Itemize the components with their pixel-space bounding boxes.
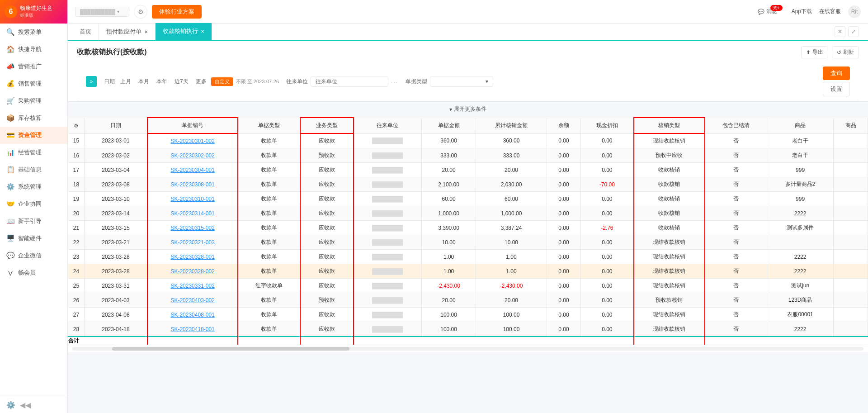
marketing-icon: 📣 bbox=[6, 62, 14, 71]
doc-no-link[interactable]: SK-20230308-001 bbox=[170, 181, 214, 188]
sidebar-item-marketing[interactable]: 📣营销推广 bbox=[0, 58, 67, 75]
doc-no-link[interactable]: SK-20230408-001 bbox=[170, 312, 214, 318]
module-dropdown[interactable]: ██████████ ▾ bbox=[75, 7, 129, 17]
cell-doc-type: 收款单 bbox=[238, 264, 300, 279]
this-month-btn[interactable]: 本月 bbox=[136, 77, 152, 86]
sidebar-item-member[interactable]: V畅会员 bbox=[0, 264, 67, 281]
footer-verify-type bbox=[634, 337, 705, 345]
doc-no-link[interactable]: SK-20230328-002 bbox=[170, 268, 214, 275]
doc-no-link[interactable]: SK-20230321-003 bbox=[170, 239, 214, 246]
sidebar-item-basic[interactable]: 📋基础信息 bbox=[0, 161, 67, 178]
sidebar-item-label: 企业协同 bbox=[18, 200, 42, 208]
top-bar-right: 💬 消息 99+ App下载 在线客服 Rit bbox=[758, 5, 861, 18]
tab-maximize[interactable]: ⤢ bbox=[848, 26, 859, 37]
date-options: 上月 本月 本年 近7天 更多 自定义 bbox=[118, 77, 233, 86]
expand-conditions-button[interactable]: ▾ 展开更多条件 bbox=[445, 104, 491, 114]
sidebar-item-label: 企业微信 bbox=[18, 252, 42, 260]
last-7days-btn[interactable]: 近7天 bbox=[172, 77, 191, 86]
cell-amount: 100.00 bbox=[421, 308, 476, 322]
cell-date: 2023-03-10 bbox=[85, 192, 147, 206]
export-button[interactable]: ⬆ 导出 bbox=[801, 46, 828, 58]
sidebar-item-hardware[interactable]: 🖥️智能硬件 bbox=[0, 230, 67, 247]
sidebar-item-finance[interactable]: 💳资金管理 bbox=[0, 127, 67, 144]
horizontal-scrollbar[interactable] bbox=[68, 345, 868, 352]
tab-prepayment[interactable]: 预付款应付单 ✕ bbox=[99, 23, 156, 40]
sidebar-item-search[interactable]: 🔍搜索菜单 bbox=[0, 24, 67, 41]
table-row: 27 2023-04-08 SK-20230408-001 收款单 应收款 ██… bbox=[68, 308, 868, 322]
cell-partner: ████████ bbox=[354, 308, 421, 322]
cell-partner: ████████ bbox=[354, 192, 421, 206]
hardware-icon: 🖥️ bbox=[6, 234, 14, 242]
custom-btn[interactable]: 自定义 bbox=[211, 77, 233, 86]
cell-no: 18 bbox=[68, 177, 85, 192]
cell-no: 17 bbox=[68, 163, 85, 177]
cell-verified: 333.00 bbox=[476, 148, 547, 163]
cell-balance: 0.00 bbox=[547, 264, 581, 279]
sidebar-item-system[interactable]: ⚙️系统管理 bbox=[0, 178, 67, 195]
doc-no-link[interactable]: SK-20230301-002 bbox=[170, 138, 214, 144]
gear-button[interactable]: ⚙ bbox=[134, 5, 147, 19]
col-doc-no: 单据编号 bbox=[147, 118, 238, 133]
cell-date: 2023-03-28 bbox=[85, 264, 147, 279]
online-service-link[interactable]: 在线客服 bbox=[819, 8, 841, 15]
col-cash-discount: 现金折扣 bbox=[581, 118, 634, 133]
doc-no-link[interactable]: SK-20230328-001 bbox=[170, 254, 214, 260]
sidebar-item-guide[interactable]: 📖新手引导 bbox=[0, 213, 67, 230]
more-btn[interactable]: 更多 bbox=[193, 77, 209, 86]
query-button[interactable]: 查询 bbox=[823, 66, 850, 80]
collapse-icon[interactable]: ◀◀ bbox=[20, 401, 31, 409]
cell-doc-no: SK-20230315-002 bbox=[147, 221, 238, 235]
cell-doc-no: SK-20230314-001 bbox=[147, 206, 238, 221]
refresh-button[interactable]: ↺ 刷新 bbox=[832, 46, 859, 58]
sidebar-item-operation[interactable]: 📊经营管理 bbox=[0, 144, 67, 161]
tab-home[interactable]: 首页 bbox=[72, 23, 99, 40]
last-month-btn[interactable]: 上月 bbox=[118, 77, 134, 86]
settings-icon[interactable]: ⚙️ bbox=[6, 401, 15, 409]
cell-included: 否 bbox=[705, 206, 767, 221]
footer-goods2 bbox=[834, 337, 868, 345]
sidebar-item-inventory[interactable]: 📦库存核算 bbox=[0, 109, 67, 127]
doctype-select[interactable]: ▾ bbox=[430, 76, 493, 87]
sidebar-item-purchase[interactable]: 🛒采购管理 bbox=[0, 92, 67, 109]
date-label: 日期 bbox=[104, 78, 115, 85]
sidebar-item-quick-nav[interactable]: 🏠快捷导航 bbox=[0, 41, 67, 58]
tab-close-all[interactable]: ✕ bbox=[835, 26, 845, 37]
doc-no-link[interactable]: SK-20230302-002 bbox=[170, 152, 214, 159]
col-settings[interactable]: ⚙ bbox=[68, 118, 85, 133]
tab-verification-close[interactable]: ✕ bbox=[201, 29, 204, 34]
cell-included: 否 bbox=[705, 308, 767, 322]
doc-no-link[interactable]: SK-20230315-002 bbox=[170, 225, 214, 231]
user-avatar[interactable]: Rit bbox=[848, 5, 861, 18]
messages-button[interactable]: 💬 消息 99+ bbox=[758, 8, 777, 15]
quick-nav-icon: 🏠 bbox=[6, 45, 14, 53]
cell-doc-no: SK-20230331-002 bbox=[147, 279, 238, 293]
sidebar-item-sales[interactable]: 💰销售管理 bbox=[0, 75, 67, 92]
filter-toggle-button[interactable]: » bbox=[86, 76, 97, 87]
cell-verify-type: 现结收款核销 bbox=[634, 133, 705, 148]
cell-no: 15 bbox=[68, 133, 85, 148]
doc-no-link[interactable]: SK-20230403-002 bbox=[170, 297, 214, 304]
doc-no-link[interactable]: SK-20230310-001 bbox=[170, 196, 214, 202]
settings-button[interactable]: 设置 bbox=[823, 82, 850, 96]
sidebar-item-wechat[interactable]: 💬企业微信 bbox=[0, 247, 67, 264]
this-year-btn[interactable]: 本年 bbox=[154, 77, 170, 86]
footer-label: 合计 bbox=[68, 337, 147, 345]
cell-date: 2023-03-02 bbox=[85, 148, 147, 163]
doc-no-link[interactable]: SK-20230331-002 bbox=[170, 283, 214, 289]
industry-solution-button[interactable]: 体验行业方案 bbox=[152, 5, 202, 19]
app-download-link[interactable]: App下载 bbox=[792, 8, 812, 15]
tab-prepayment-close[interactable]: ✕ bbox=[144, 29, 148, 34]
cell-cash-discount: 0.00 bbox=[581, 235, 634, 250]
top-bar: ██████████ ▾ ⚙ 体验行业方案 💬 消息 99+ App下载 在线客… bbox=[68, 0, 868, 24]
cell-verified: 20.00 bbox=[476, 293, 547, 308]
cell-balance: 0.00 bbox=[547, 235, 581, 250]
doc-no-link[interactable]: SK-20230418-001 bbox=[170, 326, 214, 332]
doc-no-link[interactable]: SK-20230314-001 bbox=[170, 210, 214, 217]
sidebar-item-collab[interactable]: 🤝企业协同 bbox=[0, 195, 67, 213]
cell-goods2 bbox=[834, 192, 868, 206]
tab-verification[interactable]: 收款核销执行 ✕ bbox=[156, 23, 212, 40]
cell-doc-type: 收款单 bbox=[238, 221, 300, 235]
cell-date: 2023-03-08 bbox=[85, 177, 147, 192]
partner-input[interactable] bbox=[311, 76, 388, 87]
doc-no-link[interactable]: SK-20230304-001 bbox=[170, 167, 214, 173]
